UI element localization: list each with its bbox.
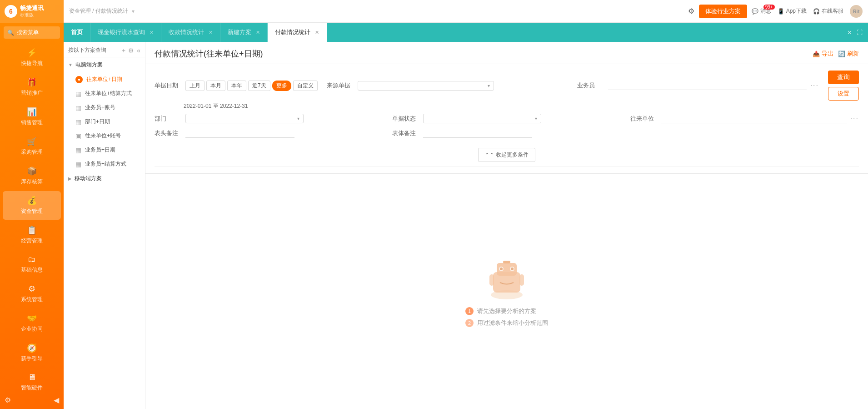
tab-close-cash-flow[interactable]: ✕ bbox=[150, 30, 154, 35]
sidebar-item-purchase[interactable]: 🛒 采购管理 bbox=[3, 132, 61, 161]
desktop-scheme-group-header[interactable]: ▼ 电脑端方案 bbox=[64, 57, 145, 72]
refresh-icon: 🔄 bbox=[838, 50, 845, 57]
body-note-label: 表体备注 bbox=[392, 129, 419, 137]
user-avatar[interactable]: Rit bbox=[850, 5, 863, 18]
scheme-icon-counterpart-account: ▣ bbox=[75, 132, 81, 140]
sidebar-item-finance[interactable]: 💰 资金管理 bbox=[3, 191, 61, 220]
collapse-up-icon: ⌃⌃ bbox=[485, 152, 494, 158]
tab-new-scheme[interactable]: 新建方案 ✕ bbox=[220, 23, 268, 42]
scheme-add-button[interactable]: + bbox=[122, 47, 125, 54]
body-note-input[interactable] bbox=[423, 129, 532, 138]
tab-close-new-scheme[interactable]: ✕ bbox=[256, 30, 260, 35]
empty-robot-svg bbox=[479, 256, 534, 302]
sidebar-item-quick-nav[interactable]: ⚡ 快捷导航 bbox=[3, 43, 61, 72]
date-this-month-btn[interactable]: 本月 bbox=[206, 81, 225, 91]
source-select[interactable]: ▾ bbox=[358, 81, 494, 91]
header-note-input[interactable] bbox=[185, 129, 294, 138]
operation-icon: 📋 bbox=[27, 225, 37, 235]
date-custom-btn[interactable]: 自定义 bbox=[293, 81, 318, 91]
scheme-settings-button[interactable]: ⚙ bbox=[128, 47, 134, 54]
sidebar-collapse-button[interactable]: ◀ bbox=[54, 396, 59, 404]
tab-close-payment-stats[interactable]: ✕ bbox=[315, 30, 319, 35]
date-more-btn[interactable]: 更多 bbox=[272, 81, 291, 91]
status-select[interactable]: ▾ bbox=[423, 114, 541, 123]
message-badge: 99+ bbox=[763, 5, 775, 10]
tab-close-receipt-stats[interactable]: ✕ bbox=[209, 30, 213, 35]
sidebar-item-guide[interactable]: 🧭 新手引导 bbox=[3, 338, 61, 367]
active-scheme-dot: ● bbox=[75, 76, 83, 83]
counterpart-input[interactable] bbox=[661, 114, 847, 123]
collapse-filter-button[interactable]: ⌃⌃ 收起更多条件 bbox=[478, 148, 535, 162]
message-button[interactable]: 💬 消息 99+ bbox=[752, 7, 771, 15]
empty-tips: 1 请先选择要分析的方案 2 用过滤条件来缩小分析范围 bbox=[465, 307, 548, 327]
date-last-month-btn[interactable]: 上月 bbox=[185, 81, 205, 91]
date-filter-item: 单据日期 上月 本月 本年 近7天 更多 自定义 bbox=[155, 81, 318, 91]
sidebar-item-corp[interactable]: 🤝 企业协同 bbox=[3, 309, 61, 338]
mobile-scheme-group-header[interactable]: ▶ 移动端方案 bbox=[64, 171, 145, 186]
scheme-item-counterpart-settle[interactable]: ▦ 往来单位+结算方式 bbox=[64, 86, 145, 101]
empty-tip-2: 2 用过滤条件来缩小分析范围 bbox=[465, 319, 548, 327]
desktop-scheme-group: ▼ 电脑端方案 ● 往来单位+日期 ▦ 往来单位+结算方式 ▦ 业务员+账号 ▦ bbox=[64, 57, 145, 171]
content-area: 按以下方案查询 + ⚙ « ▼ 电脑端方案 ● 往来单位+日期 ▦ bbox=[64, 42, 868, 409]
scheme-item-counterpart-date[interactable]: ● 往来单位+日期 bbox=[64, 72, 145, 86]
dept-filter-item: 部门 ▾ bbox=[155, 114, 383, 123]
sidebar-search-area: 🔍 搜索菜单 bbox=[0, 23, 64, 42]
sidebar-logo: 6 畅捷通讯 标准版 bbox=[0, 0, 64, 23]
sidebar-item-sales[interactable]: 📊 销售管理 bbox=[3, 102, 61, 131]
tab-cash-flow[interactable]: 现金银行流水查询 ✕ bbox=[90, 23, 161, 42]
scheme-item-counterpart-account[interactable]: ▣ 往来单位+账号 bbox=[64, 129, 145, 143]
tip-number-1: 1 bbox=[465, 307, 474, 315]
scheme-item-dept-date[interactable]: ▦ 部门+日期 bbox=[64, 115, 145, 129]
message-icon: 💬 bbox=[752, 8, 758, 15]
guide-icon: 🧭 bbox=[27, 343, 37, 353]
online-service-button[interactable]: 🎧 在线客服 bbox=[813, 7, 843, 15]
scheme-collapse-button[interactable]: « bbox=[137, 47, 140, 54]
phone-icon: 📱 bbox=[778, 8, 784, 15]
filter-row-2: 部门 ▾ 单据状态 ▾ 往来单位 bbox=[155, 114, 859, 123]
scheme-icon-salesman-settle: ▦ bbox=[75, 161, 81, 168]
finance-icon: 💰 bbox=[27, 196, 37, 206]
scheme-item-salesman-settle[interactable]: ▦ 业务员+结算方式 bbox=[64, 157, 145, 171]
sidebar-item-inventory[interactable]: 📦 库存核算 bbox=[3, 162, 61, 190]
sidebar-item-operation[interactable]: 📋 经营管理 bbox=[3, 221, 61, 249]
status-filter-item: 单据状态 ▾ bbox=[392, 114, 621, 123]
salesman-input[interactable] bbox=[608, 81, 806, 90]
fullscreen-icon[interactable]: ⛶ bbox=[857, 29, 863, 36]
scheme-panel: 按以下方案查询 + ⚙ « ▼ 电脑端方案 ● 往来单位+日期 ▦ bbox=[64, 42, 145, 409]
tab-receipt-stats[interactable]: 收款情况统计 ✕ bbox=[161, 23, 220, 42]
scheme-panel-header: 按以下方案查询 + ⚙ « bbox=[64, 42, 145, 57]
dept-select[interactable]: ▾ bbox=[185, 114, 304, 123]
page-title: 付款情况统计(往来单位+日期) bbox=[155, 48, 263, 59]
topbar-settings-icon[interactable]: ⚙ bbox=[688, 7, 694, 15]
status-select-arrow-icon: ▾ bbox=[535, 116, 537, 121]
search-menu-button[interactable]: 🔍 搜索菜单 bbox=[4, 26, 60, 39]
export-icon: 📤 bbox=[813, 50, 820, 57]
sidebar-item-basic[interactable]: 🗂 基础信息 bbox=[3, 250, 61, 278]
purchase-icon: 🛒 bbox=[27, 136, 37, 146]
sidebar-item-system[interactable]: ⚙ 系统管理 bbox=[3, 279, 61, 308]
status-label: 单据状态 bbox=[392, 115, 419, 123]
tab-payment-stats[interactable]: 付款情况统计 ✕ bbox=[268, 23, 327, 42]
empty-tip-1: 1 请先选择要分析的方案 bbox=[465, 307, 548, 315]
date-7days-btn[interactable]: 近7天 bbox=[248, 81, 270, 91]
counterpart-dots-button[interactable]: ··· bbox=[850, 115, 859, 123]
refresh-button[interactable]: 🔄 刷新 bbox=[838, 50, 859, 58]
dept-label: 部门 bbox=[155, 115, 182, 123]
date-this-year-btn[interactable]: 本年 bbox=[227, 81, 246, 91]
tip-number-2: 2 bbox=[465, 319, 474, 327]
sidebar-bottom: ⚙ ◀ bbox=[0, 391, 64, 409]
trial-button[interactable]: 体验行业方案 bbox=[699, 5, 747, 18]
tab-home[interactable]: 首页 bbox=[64, 23, 90, 42]
query-button[interactable]: 查询 bbox=[828, 71, 859, 84]
export-button[interactable]: 📤 导出 bbox=[813, 50, 833, 58]
sidebar-item-marketing[interactable]: 🎁 营销推广 bbox=[3, 73, 61, 101]
scheme-item-salesman-account[interactable]: ▦ 业务员+账号 bbox=[64, 101, 145, 115]
close-window-icon[interactable]: ✕ bbox=[847, 29, 852, 36]
dept-select-arrow-icon: ▾ bbox=[297, 116, 299, 121]
salesman-dots-button[interactable]: ··· bbox=[810, 81, 819, 90]
filter-settings-button[interactable]: 设置 bbox=[828, 87, 859, 101]
sidebar-item-hardware[interactable]: 🖥 智能硬件 bbox=[3, 368, 61, 391]
sidebar-settings-button[interactable]: ⚙ bbox=[5, 396, 11, 404]
app-download-button[interactable]: 📱 App下载 bbox=[778, 7, 807, 15]
scheme-item-salesman-date[interactable]: ▦ 业务员+日期 bbox=[64, 143, 145, 157]
